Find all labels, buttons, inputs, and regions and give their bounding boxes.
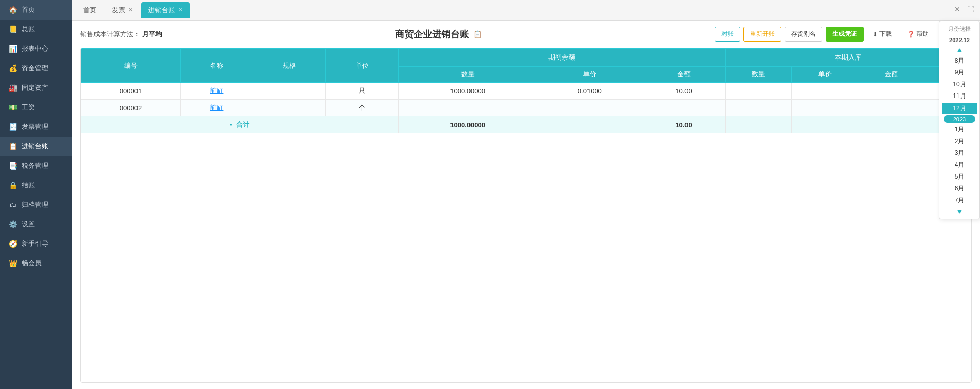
sidebar-item-label: 进销台账 (22, 142, 48, 151)
total-label: ▪ 合计 (81, 116, 399, 133)
tab-invoice[interactable]: 发票 ✕ (105, 2, 140, 18)
sidebar-item-settings[interactable]: ⚙️ 设置 (0, 215, 72, 234)
cell-spec (253, 100, 326, 116)
main-table: 编号 名称 规格 单位 期初余额 本期入库 数量 单价 金额 数量 单价 金额 (81, 48, 971, 133)
window-maximize-button[interactable]: ⛶ (966, 4, 976, 14)
sidebar-item-label: 报表中心 (22, 44, 48, 53)
scroll-up-button[interactable]: ▲ (939, 45, 979, 55)
table-row: 000002 前缸 个 (81, 100, 971, 116)
sidebar-item-archive[interactable]: 🗂 归档管理 (0, 195, 72, 215)
funds-icon: 💰 (8, 64, 17, 73)
guide-icon: 🧭 (8, 239, 17, 248)
tab-purchase-close[interactable]: ✕ (178, 7, 183, 13)
duizhang-button[interactable]: 对账 (715, 27, 740, 42)
year-2023-marker: 2023 (944, 115, 975, 123)
cell-qichu-qty: 1000.00000 (399, 83, 537, 100)
reopen-button[interactable]: 重新开账 (743, 27, 781, 42)
sidebar-item-salary[interactable]: 💵 工资 (0, 98, 72, 117)
sidebar-item-label: 结账 (22, 181, 35, 190)
sidebar-item-label: 首页 (22, 5, 35, 14)
sidebar-item-ledger[interactable]: 📒 总账 (0, 20, 72, 39)
download-button[interactable]: ⬇ 下载 (867, 27, 898, 41)
sidebar-item-tax[interactable]: 📑 税务管理 (0, 156, 72, 176)
tab-bar: 首页 发票 ✕ 进销台账 ✕ (72, 0, 980, 21)
month-2023-2[interactable]: 2月 (939, 135, 979, 147)
month-12[interactable]: 12月 (942, 103, 977, 114)
sidebar-item-purchase-sales[interactable]: 📋 进销台账 (0, 137, 72, 156)
total-qichu-qty: 1000.00000 (399, 116, 537, 133)
window-close-button[interactable]: ✕ (952, 4, 963, 14)
sidebar-item-label: 发票管理 (22, 122, 48, 131)
help-button[interactable]: ❓ 帮助 (901, 27, 935, 41)
sidebar-item-label: 固定资产 (22, 83, 48, 92)
month-2023-5[interactable]: 5月 (939, 171, 979, 183)
total-qichu-price (537, 116, 642, 133)
cell-qichu-price (537, 100, 642, 116)
vip-icon: 👑 (8, 259, 17, 268)
sidebar-item-invoice-mgmt[interactable]: 🧾 发票管理 (0, 117, 72, 137)
scroll-down-button[interactable]: ▼ (939, 206, 979, 217)
month-2023-3[interactable]: 3月 (939, 147, 979, 159)
sidebar-item-label: 畅会员 (22, 259, 42, 268)
year-2022-label: 2022.12 (939, 35, 979, 45)
download-icon: ⬇ (873, 31, 878, 38)
tab-invoice-label: 发票 (112, 6, 125, 15)
month-2023-6[interactable]: 6月 (939, 183, 979, 194)
page-title-area: 商贸企业进销台账 📋 (162, 28, 715, 41)
month-10[interactable]: 10月 (939, 79, 979, 90)
th-ruku-qty: 数量 (725, 67, 792, 83)
sidebar-item-home[interactable]: 🏠 首页 (0, 0, 72, 20)
tab-invoice-close[interactable]: ✕ (128, 7, 133, 13)
sidebar-item-reports[interactable]: 📊 报表中心 (0, 39, 72, 59)
th-ruku: 本期入库 (725, 49, 971, 67)
tab-purchase[interactable]: 进销台账 ✕ (141, 2, 190, 18)
settings-icon: ⚙️ (8, 220, 17, 229)
archive-icon: 🗂 (8, 200, 17, 209)
cell-ruku-qty (725, 83, 792, 100)
tab-home[interactable]: 首页 (76, 2, 104, 18)
th-ruku-price: 单价 (792, 67, 858, 83)
generate-voucher-button[interactable]: 生成凭证 (826, 27, 864, 42)
save-alias-button[interactable]: 存货别名 (785, 27, 822, 42)
month-9[interactable]: 9月 (939, 67, 979, 79)
tab-home-label: 首页 (83, 6, 96, 15)
content-area: 销售成本计算方法： 月平均 商贸企业进销台账 📋 对账 重新开账 存货别名 生成… (72, 21, 980, 389)
info-bar: 销售成本计算方法： 月平均 商贸企业进销台账 📋 对账 重新开账 存货别名 生成… (80, 27, 972, 42)
month-8[interactable]: 8月 (939, 55, 979, 67)
sidebar-item-close[interactable]: 🔒 结账 (0, 176, 72, 195)
th-qichu-qty: 数量 (399, 67, 537, 83)
main-area: ✕ ⛶ 首页 发票 ✕ 进销台账 ✕ 销售成本计算方法： 月平均 商贸企业进销台… (72, 0, 980, 389)
month-11[interactable]: 11月 (939, 90, 979, 102)
cell-qichu-price: 0.01000 (537, 83, 642, 100)
sidebar-item-label: 设置 (22, 220, 35, 229)
th-name: 名称 (181, 49, 253, 83)
cell-qichu-amount: 10.00 (642, 83, 725, 100)
title-edit-icon[interactable]: 📋 (473, 30, 482, 38)
th-unit: 单位 (326, 49, 399, 83)
fixed-assets-icon: 🏭 (8, 83, 17, 92)
month-2023-4[interactable]: 4月 (939, 159, 979, 171)
cell-qichu-qty (399, 100, 537, 116)
sidebar-item-guide[interactable]: 🧭 新手引导 (0, 234, 72, 254)
cell-ruku-amount (858, 100, 925, 116)
th-ruku-amount: 金额 (858, 67, 925, 83)
sidebar-item-vip[interactable]: 👑 畅会员 (0, 254, 72, 273)
month-2023-1[interactable]: 1月 (939, 124, 979, 135)
sidebar-item-label: 工资 (22, 103, 35, 112)
th-qichu-amount: 金额 (642, 67, 725, 83)
cell-code: 000001 (81, 83, 181, 100)
sidebar-item-fixed-assets[interactable]: 🏭 固定资产 (0, 78, 72, 98)
th-spec: 规格 (253, 49, 326, 83)
table-container: 编号 名称 规格 单位 期初余额 本期入库 数量 单价 金额 数量 单价 金额 (80, 48, 972, 383)
tax-icon: 📑 (8, 161, 17, 170)
cell-unit: 个 (326, 100, 399, 116)
total-qichu-amount: 10.00 (642, 116, 725, 133)
cell-name: 前缸 (181, 83, 253, 100)
window-controls: ✕ ⛶ (952, 4, 976, 14)
cell-code: 000002 (81, 100, 181, 116)
cell-ruku-price (792, 83, 858, 100)
sidebar-item-label: 新手引导 (22, 239, 48, 248)
salary-icon: 💵 (8, 103, 17, 112)
month-2023-7[interactable]: 7月 (939, 194, 979, 206)
sidebar-item-funds[interactable]: 💰 资金管理 (0, 59, 72, 78)
